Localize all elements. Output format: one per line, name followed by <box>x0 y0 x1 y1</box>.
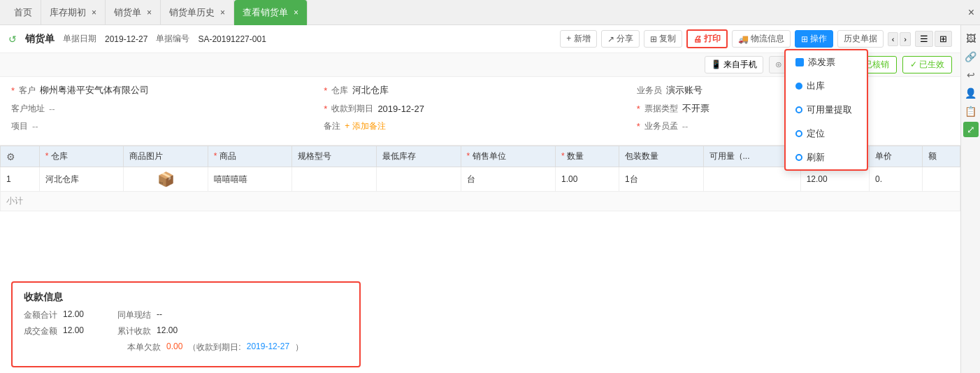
effect-button[interactable]: ✓ 已生效 <box>902 56 952 73</box>
tab-bar: 首页 库存期初 × 销货单 × 销货单历史 × 查看销货单 × × <box>0 0 980 25</box>
row-unit: 台 <box>461 167 555 192</box>
add-invoice-icon <box>795 58 804 66</box>
share-icon: ↗ <box>607 34 614 44</box>
dropdown-add-invoice[interactable]: 添发票 <box>786 50 867 74</box>
tab-inventory[interactable]: 库存期初 × <box>41 0 106 25</box>
tab-sales-close[interactable]: × <box>147 8 152 17</box>
share-label: 分享 <box>617 33 633 45</box>
dropdown-locate[interactable]: 定位 <box>786 122 867 146</box>
warehouse-label: 仓库 <box>331 85 348 97</box>
view-list[interactable]: ☰ <box>915 31 933 47</box>
payment-title: 收款信息 <box>24 291 348 304</box>
transaction-field: 成交金额 12.00 <box>24 325 84 337</box>
history-button[interactable]: 历史单据 <box>837 30 884 48</box>
mobile-button[interactable]: 📱 来自手机 <box>705 56 763 73</box>
tab-sales-history[interactable]: 销货单历史 × <box>161 0 234 25</box>
ticket-value: 不开票 <box>682 102 709 115</box>
col-image: 商品图片 <box>124 146 208 167</box>
staff-label: 业务员 <box>637 85 662 97</box>
due-date-req: * <box>324 104 327 114</box>
dropdown-quantity-pick[interactable]: 可用量提取 <box>786 98 867 122</box>
debt-close: ） <box>295 342 303 353</box>
check-effect-icon: ✓ <box>910 59 917 69</box>
sidebar-reply-icon[interactable]: ↩ <box>963 67 979 83</box>
print-button[interactable]: 🖨 打印 <box>686 29 728 48</box>
tab-inventory-close[interactable]: × <box>92 8 96 17</box>
tab-view-sales[interactable]: 查看销货单 × <box>234 0 308 25</box>
window-close-icon[interactable]: × <box>968 6 974 19</box>
payment-info: 收款信息 金额合计 12.00 同单现结 -- 成交金额 12.00 累计收款 <box>11 281 361 367</box>
project-value: -- <box>32 121 38 132</box>
settlement-field: 同单现结 -- <box>117 309 162 321</box>
col-qty: * 数量 <box>556 146 619 167</box>
note-field: 备注 + 添加备注 <box>324 120 636 132</box>
payment-row-3: 本单欠款 0.00 （收款到期日: 2019-12-27 ） <box>24 342 348 353</box>
sidebar-expand-icon[interactable]: ⤢ <box>963 122 979 137</box>
sidebar-user-icon[interactable]: 👤 <box>963 85 979 101</box>
logistics-label: 物流信息 <box>751 33 784 45</box>
col-settings: ⚙ <box>1 146 40 167</box>
truck-icon: 🚚 <box>738 34 749 44</box>
nav-prev[interactable]: ‹ <box>888 32 899 46</box>
project-field: 项目 -- <box>11 120 324 132</box>
sales-staff-req: * <box>637 121 640 132</box>
not-open-icon: ⊙ <box>775 59 782 69</box>
warehouse-field: * 仓库 河北仓库 <box>324 84 636 97</box>
col-product: * 商品 <box>208 146 292 167</box>
toolbar-right: + 新增 ↗ 分享 ⊞ 复制 🖨 打印 🚚 物流信息 <box>560 29 952 48</box>
debt-note: （收款到期日: <box>188 342 240 353</box>
view-toggle: ☰ ⊞ <box>915 31 952 47</box>
settlement-label: 同单现结 <box>117 309 151 321</box>
dropdown-refresh[interactable]: 刷新 <box>786 146 867 169</box>
add-button[interactable]: + 新增 <box>560 30 596 48</box>
cumulative-label: 累计收款 <box>117 325 151 337</box>
sidebar-clipboard-icon[interactable]: 📋 <box>963 104 979 119</box>
view-grid[interactable]: ⊞ <box>935 31 952 47</box>
add-invoice-label: 添发票 <box>808 56 835 69</box>
refresh-icon <box>795 154 802 161</box>
tab-inventory-label: 库存期初 <box>50 6 86 19</box>
doc-icon: ↺ <box>8 34 17 45</box>
row-price: 0. <box>870 167 923 192</box>
nav-next[interactable]: › <box>900 32 911 46</box>
address-value: -- <box>49 104 55 114</box>
tab-home[interactable]: 首页 <box>6 0 41 25</box>
col-pack-qty: 包装数量 <box>619 146 703 167</box>
settlement-value: -- <box>157 309 162 321</box>
subtotal-row: 小计 <box>1 192 960 211</box>
cumulative-field: 累计收款 12.00 <box>117 325 178 337</box>
sidebar-image-icon[interactable]: 🖼 <box>963 31 979 46</box>
row-pack-qty: 1台 <box>619 167 703 192</box>
add-note-button[interactable]: + 添加备注 <box>345 120 385 132</box>
total-field: 金额合计 12.00 <box>24 309 84 321</box>
row-warehouse: 河北仓库 <box>39 167 124 192</box>
ticket-label: 票据类型 <box>644 103 678 115</box>
col-unit: * 销售单位 <box>461 146 555 167</box>
dropdown-outbound[interactable]: 出库 <box>786 74 867 98</box>
debt-label: 本单欠款 <box>127 342 161 353</box>
product-image: 📦 <box>157 171 175 187</box>
tab-sales[interactable]: 销货单 × <box>106 0 161 25</box>
print-icon: 🖨 <box>693 34 702 44</box>
logistics-button[interactable]: 🚚 物流信息 <box>732 30 791 48</box>
project-label: 项目 <box>11 120 28 132</box>
tab-sales-history-close[interactable]: × <box>220 8 225 17</box>
tab-view-sales-label: 查看销货单 <box>243 6 288 19</box>
locate-label: 定位 <box>807 127 825 140</box>
warehouse-value: 河北仓库 <box>352 84 389 97</box>
copy-button[interactable]: ⊞ 复制 <box>644 30 682 48</box>
tab-sales-history-label: 销货单历史 <box>169 6 215 19</box>
sidebar-link-icon[interactable]: 🔗 <box>963 49 979 64</box>
customer-field: * 客户 柳州粤港平安气体有限公司 <box>11 84 324 97</box>
row-amount <box>923 167 960 192</box>
copy-label: 复制 <box>659 33 676 45</box>
tab-view-sales-close[interactable]: × <box>294 8 298 17</box>
operate-button[interactable]: ⊞ 操作 <box>795 30 833 48</box>
customer-label: 客户 <box>19 85 36 97</box>
settings-icon[interactable]: ⚙ <box>6 151 15 162</box>
share-button[interactable]: ↗ 分享 <box>601 30 640 48</box>
toolbar-left: ↺ 销货单 单据日期 2019-12-27 单据编号 SA-20191227-0… <box>8 33 552 45</box>
nav-arrows: ‹ › <box>888 32 911 46</box>
locate-icon <box>795 130 802 137</box>
total-value: 12.00 <box>63 309 84 321</box>
